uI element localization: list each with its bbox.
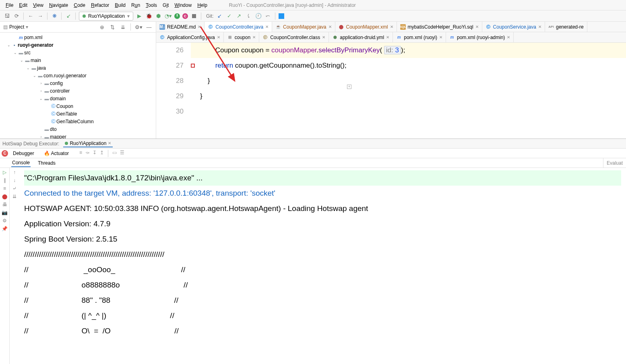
profile-icon[interactable]: ◔▾	[165, 12, 172, 20]
tree-item-mapper[interactable]: ›▬mapper	[0, 133, 156, 139]
git-commit-icon[interactable]: ✓	[226, 12, 233, 20]
tree-item-domain[interactable]: ⌄▬domain	[0, 95, 156, 102]
code-line[interactable]: return coupon.getCouponname().toString()…	[191, 58, 626, 73]
git-history-icon[interactable]: 🕘	[255, 12, 262, 20]
tree-item-ruoyi-generator[interactable]: ⌄▪ruoyi-generator	[0, 41, 156, 49]
menu-view[interactable]: View	[31, 2, 46, 9]
editor-tab[interactable]: APIgenerated-re	[545, 22, 587, 32]
line-number[interactable]: 28	[156, 73, 184, 89]
editor-tab[interactable]: ⓒCouponController.class✕	[259, 32, 329, 42]
hotswap-icon[interactable]: C	[182, 13, 188, 19]
tree-item-coupon[interactable]: ⒸCoupon	[0, 102, 156, 110]
back-icon[interactable]: ←	[27, 12, 34, 20]
hotswap-badge-icon[interactable]: C	[2, 150, 8, 157]
tree-arrow-icon[interactable]: ›	[39, 81, 43, 85]
actuator-tab[interactable]: 🔥 Actuator	[41, 150, 71, 157]
run-icon[interactable]: ▶	[136, 12, 143, 20]
tree-arrow-icon[interactable]: ⌄	[32, 74, 37, 78]
scroll-icon[interactable]: ⇊	[12, 194, 17, 199]
tree-item-controller[interactable]: ›▬controller	[0, 87, 156, 95]
select-opened-icon[interactable]: ⊕	[98, 23, 105, 31]
menu-git[interactable]: Git	[160, 2, 171, 9]
menu-file[interactable]: FFileile	[3, 2, 16, 9]
project-tree[interactable]: mpom.xml⌄▪ruoyi-generator⌄▬src⌄▬main⌄▬ja…	[0, 33, 156, 139]
console-output[interactable]: "C:\Program Files\Java\jdk1.8.0_172\bin\…	[19, 168, 626, 364]
menu-run[interactable]: Run	[129, 2, 143, 9]
settings-icon[interactable]: ⚙▾	[135, 23, 142, 31]
save-icon[interactable]: 🖫	[3, 12, 10, 20]
close-icon[interactable]: ✕	[322, 35, 325, 39]
bp-red-icon[interactable]: ⬤	[2, 194, 7, 199]
step-out-icon[interactable]: ↥	[100, 150, 104, 157]
expand-all-icon[interactable]: ⇅	[109, 23, 116, 31]
git-push-icon[interactable]: ↗	[236, 12, 243, 20]
refresh-icon[interactable]: ⟳	[13, 12, 20, 20]
tree-item-main[interactable]: ⌄▬main	[0, 56, 156, 64]
line-number[interactable]: 30	[156, 104, 184, 119]
menu-edit[interactable]: Edit	[17, 2, 30, 9]
tree-item-java[interactable]: ⌄▬java	[0, 64, 156, 72]
camera-icon[interactable]: 📷	[2, 210, 8, 215]
tree-arrow-icon[interactable]: ⌄	[39, 97, 43, 101]
plugin-icon[interactable]	[279, 13, 284, 19]
editor-tab[interactable]: ⒸCouponService.java✕	[482, 22, 545, 32]
editor-tab[interactable]: mpom.xml (ruoyi)✕	[393, 32, 446, 42]
close-icon[interactable]: ✕	[538, 25, 541, 29]
editor-tab[interactable]: SQLmybatisCodeHelper_RuoYi.sql✕	[397, 22, 482, 32]
tree-arrow-icon[interactable]: ›	[39, 135, 43, 139]
debug-icon[interactable]: 🐞	[145, 12, 153, 20]
coverage-icon[interactable]: ⬢	[155, 12, 162, 20]
close-icon[interactable]: ✕	[507, 35, 510, 39]
line-number[interactable]: 26	[156, 43, 184, 58]
close-icon[interactable]: ✕	[108, 141, 111, 145]
editor-tab[interactable]: ⬢application-druid.yml✕	[329, 32, 393, 42]
step-into-icon[interactable]: ↧	[93, 150, 97, 157]
console-tab[interactable]: Console	[11, 159, 31, 167]
tree-arrow-icon[interactable]: ⌄	[6, 43, 11, 47]
code-line[interactable]: }	[191, 73, 626, 89]
menu-tools[interactable]: Tools	[143, 2, 159, 9]
frames-icon[interactable]: ▭	[112, 150, 117, 157]
stop2-icon[interactable]: ≡	[3, 186, 6, 191]
breakpoint-marker-icon[interactable]	[191, 64, 195, 68]
down-icon[interactable]: ↓	[13, 178, 16, 183]
power-icon[interactable]	[174, 13, 180, 19]
close-icon[interactable]: ✕	[386, 35, 389, 39]
gear2-icon[interactable]: ⚙	[2, 218, 7, 223]
run-configuration-selector[interactable]: RuoYiApplication ▾	[79, 12, 133, 21]
forward-icon[interactable]: →	[37, 12, 44, 20]
up-icon[interactable]: ↑	[13, 170, 16, 175]
tree-item-gentablecolumn[interactable]: ⒸGenTableColumn	[0, 118, 156, 125]
git-update-icon[interactable]: ⤹	[245, 12, 252, 20]
threads-tab[interactable]: Threads	[37, 159, 56, 167]
close-icon[interactable]: ✕	[439, 35, 442, 39]
close-icon[interactable]: ✕	[265, 25, 269, 29]
menu-build[interactable]: Build	[112, 2, 128, 9]
menu-window[interactable]: Window	[172, 2, 194, 9]
close-icon[interactable]: ✕	[328, 25, 332, 29]
editor-tab[interactable]: ⊞coupon✕	[224, 32, 259, 42]
code-line[interactable]	[191, 104, 626, 119]
menu-code[interactable]: Code	[71, 2, 88, 9]
close-icon[interactable]: ✕	[475, 25, 479, 29]
collapse-all-icon[interactable]: ⇊	[119, 23, 126, 31]
pin-icon[interactable]: 📌	[2, 226, 8, 232]
tree-item-com.ruoyi.generator[interactable]: ⌄▬com.ruoyi.generator	[0, 72, 156, 79]
wrap-icon[interactable]: ⤶	[12, 186, 17, 191]
evaluate-label[interactable]: Evaluat	[603, 158, 626, 168]
tree-arrow-icon[interactable]: ⌄	[19, 58, 24, 62]
close-icon[interactable]: ✕	[390, 25, 393, 29]
stop-icon[interactable]	[190, 12, 198, 20]
tree-item-config[interactable]: ›▬config	[0, 79, 156, 87]
print-icon[interactable]: 🖶	[2, 202, 7, 207]
editor-tab[interactable]: ⒸCouponController.java✕	[205, 22, 272, 32]
layout-icon[interactable]: ≡	[79, 150, 82, 157]
menu-help[interactable]: Help	[195, 2, 210, 9]
editor-tab[interactable]: ⒸApplicationConfig.java✕	[156, 32, 224, 42]
tree-item-src[interactable]: ⌄▬src	[0, 49, 156, 56]
menu-refactor[interactable]: Refactor	[89, 2, 112, 9]
git-rollback-icon[interactable]: ⤺	[264, 12, 272, 20]
fold-icon[interactable]: +	[347, 85, 351, 89]
menu-navigate[interactable]: Navigate	[47, 2, 70, 9]
code-editor[interactable]: 2627282930 Coupon coupon = couponMapper.…	[156, 43, 626, 139]
